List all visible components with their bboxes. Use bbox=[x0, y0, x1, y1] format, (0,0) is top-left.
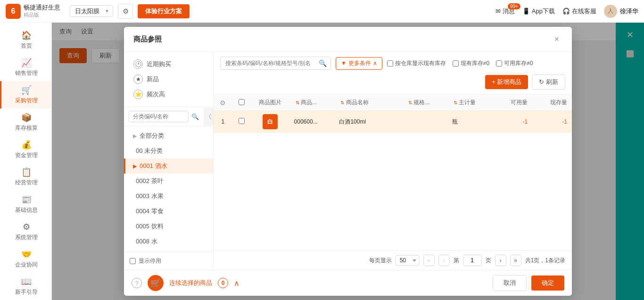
modal-left-panel: 🕐 近期购买 ★ 新品 ⭐ 频次高 bbox=[124, 52, 214, 270]
collapse-panel-button[interactable]: 《 bbox=[204, 108, 213, 126]
show-disabled-checkbox[interactable] bbox=[130, 258, 136, 264]
sidebar-label-purchase: 采购管理 bbox=[15, 97, 38, 105]
sidebar-item-purchase[interactable]: 🛒 采购管理 bbox=[0, 81, 51, 108]
quick-filter-new[interactable]: ★ 新品 bbox=[130, 72, 207, 87]
pagination-prev-button[interactable]: ‹ bbox=[438, 255, 450, 266]
page-input[interactable] bbox=[463, 255, 482, 266]
sidebar-item-inventory[interactable]: 📦 库存核算 bbox=[0, 108, 51, 136]
avail-ne0-checkbox[interactable] bbox=[496, 60, 502, 67]
warehouse-filter-label[interactable]: 按仓库显示现有库存 bbox=[387, 59, 446, 67]
refresh-button[interactable]: ↻ 刷新 bbox=[532, 75, 565, 90]
warehouse-filter-checkbox[interactable] bbox=[387, 60, 393, 67]
sidebar-label-home: 首页 bbox=[21, 42, 32, 50]
product-search-box: 🔍 bbox=[220, 57, 331, 70]
sidebar-item-basics[interactable]: 📰 基础信息 bbox=[0, 191, 51, 218]
product-search-input[interactable] bbox=[221, 58, 315, 69]
trial-button[interactable]: 体验行业方案 bbox=[138, 4, 190, 18]
cat-item-00[interactable]: 00 未分类 bbox=[124, 143, 213, 158]
sidebar-item-operations[interactable]: 📋 经营管理 bbox=[0, 163, 51, 191]
col-code-label: 商品... bbox=[301, 99, 317, 106]
cancel-button[interactable]: 取消 bbox=[493, 275, 527, 291]
modal-right-panel: 🔍 ▼ 更多条件 ∧ 按仓库显示现有库存 bbox=[214, 52, 572, 270]
sidebar-item-collab[interactable]: 🤝 企业协同 bbox=[0, 245, 51, 273]
sidebar-item-home[interactable]: 🏠 首页 bbox=[0, 26, 51, 54]
stock-ne0-checkbox[interactable] bbox=[453, 60, 459, 67]
cat-item-0005[interactable]: 0005 饮料 bbox=[124, 219, 213, 234]
col-header-stock[interactable]: 现存量 bbox=[532, 95, 572, 111]
app-download-link[interactable]: 📱 App下载 bbox=[522, 7, 555, 16]
cat-item-all[interactable]: ▶ 全部分类 bbox=[124, 128, 213, 143]
cat-item-0003[interactable]: 0003 水果 bbox=[124, 189, 213, 204]
sidebar-item-system[interactable]: ⚙ 系统管理 bbox=[0, 218, 51, 245]
row-checkbox[interactable] bbox=[239, 118, 245, 124]
category-search-row: 🔍 《 bbox=[124, 107, 213, 126]
modal-footer: ? 🛒 连续选择的商品 0 ∧ 取消 确定 bbox=[124, 270, 572, 296]
confirm-button[interactable]: 确定 bbox=[531, 275, 564, 291]
col-img-label: 商品图片 bbox=[259, 99, 281, 106]
quick-filter-frequent[interactable]: ⭐ 频次高 bbox=[130, 87, 207, 102]
sort-icon-name: ⇅ bbox=[340, 100, 344, 105]
add-product-button[interactable]: + 新增商品 bbox=[485, 75, 528, 89]
sidebar-item-guide[interactable]: 📖 新手引导 bbox=[0, 273, 51, 300]
main-layout: 🏠 首页 📈 销售管理 🛒 采购管理 📦 库存核算 💰 资金管理 📋 经营管理 … bbox=[0, 23, 644, 300]
operations-icon: 📋 bbox=[21, 167, 32, 177]
cat-item-0001[interactable]: ▶ 0001 酒水 bbox=[124, 158, 213, 174]
cat-item-0004[interactable]: 0004 零食 bbox=[124, 204, 213, 219]
page-label: 第 bbox=[454, 257, 459, 265]
online-service-link[interactable]: 🎧 在线客服 bbox=[562, 7, 596, 16]
col-header-code[interactable]: ⇅ 商品... bbox=[289, 95, 335, 111]
collab-icon: 🤝 bbox=[21, 249, 32, 259]
username-label: 徐泽华 bbox=[620, 7, 638, 16]
checkbox-filters: 按仓库显示现有库存 现有库存≠0 可用库存≠0 bbox=[387, 59, 533, 67]
quick-filter-recent-label: 近期购买 bbox=[147, 60, 171, 68]
col-header-avail[interactable]: 可用量 bbox=[487, 95, 532, 111]
new-icon: ★ bbox=[133, 75, 143, 84]
cat-item-0008[interactable]: 0008 水 bbox=[124, 234, 213, 249]
product-search-button[interactable]: 🔍 bbox=[315, 57, 330, 69]
branch-selector[interactable]: 日太阳膜 bbox=[70, 5, 113, 17]
quick-filters: 🕐 近期购买 ★ 新品 ⭐ 频次高 bbox=[124, 52, 213, 107]
cat-label-0001: 0001 酒水 bbox=[140, 162, 167, 170]
pagination-last-button[interactable]: » bbox=[510, 255, 521, 266]
category-list: ▶ 全部分类 00 未分类 ▶ 0001 酒水 bbox=[124, 126, 213, 252]
cart-button[interactable]: 🛒 bbox=[148, 275, 164, 291]
col-header-spec[interactable]: ⇅ 规格... bbox=[402, 95, 447, 111]
per-page-select[interactable]: 50 10 20 100 bbox=[396, 255, 420, 266]
category-search-input[interactable] bbox=[129, 111, 189, 122]
settings-icon[interactable]: ⚙ bbox=[118, 4, 133, 19]
purchase-icon: 🛒 bbox=[21, 85, 32, 95]
modal-overlay: 商品参照 × 🕐 近期购买 ★ bbox=[52, 23, 644, 300]
modal-close-button[interactable]: × bbox=[551, 33, 562, 45]
cat-label-0008: 0008 水 bbox=[136, 237, 157, 246]
stock-ne0-filter-label[interactable]: 现有库存≠0 bbox=[453, 59, 489, 67]
select-all-checkbox[interactable] bbox=[239, 99, 245, 105]
branch-selector-wrap[interactable]: 日太阳膜 bbox=[70, 5, 113, 17]
quick-filter-recent[interactable]: 🕐 近期购买 bbox=[130, 57, 207, 72]
cat-arrow-all: ▶ bbox=[133, 133, 137, 139]
avail-ne0-filter-label[interactable]: 可用库存≠0 bbox=[496, 59, 533, 67]
pagination-next-button[interactable]: › bbox=[495, 255, 506, 266]
help-icon[interactable]: ? bbox=[132, 278, 142, 288]
app-download-label: App下载 bbox=[532, 7, 555, 16]
table-settings-icon[interactable]: ⚙ bbox=[220, 99, 226, 107]
category-search-icon[interactable]: 🔍 bbox=[191, 113, 199, 120]
stock-ne0-text: 现有库存≠0 bbox=[461, 59, 489, 67]
footer-collapse-icon[interactable]: ∧ bbox=[234, 279, 239, 288]
filter-more-button[interactable]: ▼ 更多条件 ∧ bbox=[336, 57, 382, 70]
product-modal: 商品参照 × 🕐 近期购买 ★ bbox=[124, 27, 572, 296]
sidebar-item-finance[interactable]: 💰 资金管理 bbox=[0, 136, 51, 163]
row-code: 000600... bbox=[289, 111, 335, 133]
col-stock-label: 现存量 bbox=[550, 99, 567, 106]
warehouse-filter-text: 按仓库显示现有库存 bbox=[395, 59, 446, 67]
col-header-unit[interactable]: ⇅ 主计量 bbox=[447, 95, 487, 111]
table-row[interactable]: 1 白 000600... 白酒100ml bbox=[214, 111, 572, 133]
cat-item-0002[interactable]: 0002 茶叶 bbox=[124, 174, 213, 189]
app-edition: 精品版 bbox=[24, 11, 60, 18]
app-name: 畅捷通好生意 bbox=[24, 4, 60, 11]
modal-body: 🕐 近期购买 ★ 新品 ⭐ 频次高 bbox=[124, 52, 572, 270]
sidebar-item-sales[interactable]: 📈 销售管理 bbox=[0, 54, 51, 81]
pagination-first-button[interactable]: « bbox=[423, 255, 435, 266]
user-avatar-area[interactable]: 人 徐泽华 bbox=[604, 5, 638, 18]
message-link[interactable]: ✉ 消息 99+ bbox=[495, 7, 515, 16]
col-header-name[interactable]: ⇅ 商品名称 bbox=[334, 95, 402, 111]
